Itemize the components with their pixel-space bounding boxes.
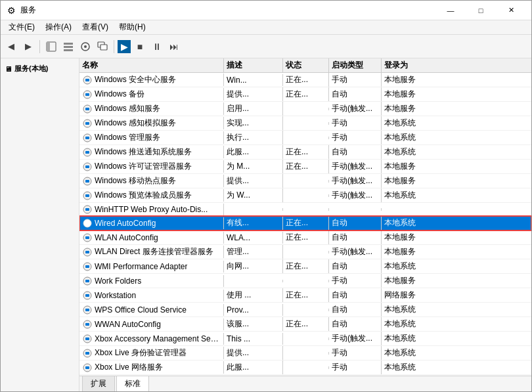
row-service-name: WinHTTP Web Proxy Auto-Dis...: [95, 205, 208, 214]
toolbar: ◀ ▶ ▶ ■ ⏸ ⏭: [1, 35, 531, 58]
minimize-button[interactable]: —: [435, 1, 466, 20]
row-startup: 手动: [329, 116, 382, 130]
row-desc: 此服...: [224, 145, 283, 159]
row-service-name: Work Folders: [95, 276, 141, 286]
table-row[interactable]: Workstation 使用 ... 正在... 自动 网络服务: [79, 288, 531, 303]
row-desc: 实现...: [224, 116, 283, 130]
row-status: [283, 352, 329, 355]
row-desc: 启用...: [224, 102, 283, 116]
window-title: 服务: [20, 5, 435, 16]
header-login[interactable]: 登录为: [382, 58, 441, 72]
row-icon: [82, 204, 93, 215]
show-hide-button[interactable]: [43, 39, 59, 54]
table-body[interactable]: Windows 安全中心服务 Win... 正在... 手动 本地服务 Wind…: [79, 73, 531, 376]
table-row[interactable]: Windows 安全中心服务 Win... 正在... 手动 本地服务: [79, 73, 531, 87]
table-row[interactable]: WLAN AutoConfig WLA... 正在... 自动 本地服务: [79, 230, 531, 245]
header-name[interactable]: 名称: [79, 58, 224, 72]
row-login: 本地系统: [382, 303, 441, 316]
table-row[interactable]: Windows 移动热点服务 提供... 手动(触发... 本地服务: [79, 174, 531, 188]
highlight-button[interactable]: ▶: [118, 40, 131, 53]
row-startup: 手动(触发...: [329, 188, 382, 202]
table-header: 名称 描述 状态 启动类型 登录为: [79, 58, 531, 73]
row-startup: 手动(触发...: [329, 245, 382, 259]
svg-rect-30: [85, 222, 89, 225]
row-login: 本地服务: [382, 245, 441, 259]
back-button[interactable]: ◀: [3, 39, 19, 54]
menu-view[interactable]: 查看(V): [77, 20, 114, 34]
header-status[interactable]: 状态: [283, 58, 329, 72]
table-row[interactable]: Work Folders 手动 本地服务: [79, 274, 531, 288]
table-row[interactable]: Windows 推送通知系统服务 此服... 正在... 自动 本地系统: [79, 145, 531, 160]
table-row[interactable]: Windows 预览体验成员服务 为 W... 手动(触发... 本地系统: [79, 188, 531, 203]
row-status: 正在...: [283, 73, 329, 87]
table-row[interactable]: WMI Performance Adapter 向网... 正在... 自动 本…: [79, 259, 531, 274]
tab-extended[interactable]: 扩展: [82, 376, 115, 391]
sidebar-title: 🖥 服务(本地): [3, 61, 76, 76]
row-startup: 自动: [329, 303, 382, 316]
window-controls: — □ ✕: [435, 1, 526, 20]
row-icon: [82, 319, 93, 330]
table-row[interactable]: Windows 许可证管理器服务 为 M... 正在... 手动(触发... 本…: [79, 160, 531, 174]
table-row[interactable]: Windows 备份 提供... 正在... 自动 本地服务: [79, 87, 531, 102]
row-login: 本地系统: [382, 145, 441, 159]
svg-rect-1: [47, 42, 50, 51]
row-icon: [82, 348, 93, 359]
row-login: 本地系统: [382, 360, 441, 374]
row-login: 本地服务: [382, 87, 441, 101]
table-row[interactable]: Windows 管理服务 执行... 手动 本地系统: [79, 131, 531, 145]
table-row[interactable]: Windows 感知模拟服务 实现... 手动 本地系统: [79, 116, 531, 131]
row-icon: [82, 334, 93, 344]
new-window-button[interactable]: [95, 39, 110, 54]
row-service-name: Windows 移动热点服务: [95, 175, 176, 186]
table-row[interactable]: WLAN Direct 服务连接管理器服务 管理... 手动(触发... 本地服…: [79, 245, 531, 259]
table-row[interactable]: WinHTTP Web Proxy Auto-Dis...: [79, 203, 531, 216]
tab-standard[interactable]: 标准: [116, 376, 149, 391]
row-login: 本地系统: [382, 259, 441, 273]
svg-rect-16: [85, 122, 89, 125]
properties-button[interactable]: [78, 39, 93, 54]
row-login: 本地服务: [382, 102, 441, 116]
svg-rect-48: [85, 352, 89, 355]
table-row[interactable]: Wired AutoConfig 有线... 正在... 自动 本地系统: [79, 216, 531, 230]
row-desc: 提供...: [224, 174, 283, 188]
table-row[interactable]: WPS Office Cloud Service Prov... 自动 本地系统: [79, 303, 531, 317]
row-desc: 为 M...: [224, 160, 283, 173]
close-button[interactable]: ✕: [496, 1, 526, 20]
menu-action[interactable]: 操作(A): [40, 20, 77, 34]
row-status: 正在...: [283, 259, 329, 273]
table-row[interactable]: Xbox Live 身份验证管理器 提供... 手动 本地系统: [79, 346, 531, 360]
row-icon: [82, 176, 93, 186]
table-row[interactable]: Xbox Accessory Management Service This .…: [79, 332, 531, 346]
bottom-tabs: 扩展 标准: [79, 376, 531, 391]
row-startup: 手动: [329, 274, 382, 288]
row-login: 本地服务: [382, 274, 441, 288]
row-status: 正在...: [283, 160, 329, 173]
row-desc: [224, 208, 283, 211]
pause-button[interactable]: ⏸: [149, 39, 165, 54]
row-login: 网络服务: [382, 288, 441, 302]
svg-rect-12: [85, 93, 89, 96]
row-status: [283, 137, 329, 139]
maximize-button[interactable]: □: [466, 1, 496, 20]
table-row[interactable]: Xbox Live 网络服务 此服... 手动 本地系统: [79, 360, 531, 375]
row-login: 本地系统: [382, 131, 441, 144]
restart-button[interactable]: ⏭: [166, 39, 182, 54]
row-service-name: Windows 安全中心服务: [95, 74, 176, 85]
svg-rect-50: [85, 366, 89, 369]
stop-button[interactable]: ■: [132, 39, 148, 54]
list-view-button[interactable]: [60, 39, 76, 54]
menu-file[interactable]: 文件(E): [3, 20, 40, 34]
row-service-name: WLAN Direct 服务连接管理器服务: [95, 246, 213, 257]
svg-rect-20: [85, 151, 89, 154]
header-startup[interactable]: 启动类型: [329, 58, 382, 72]
row-service-name: Xbox Live 网络服务: [95, 362, 163, 373]
row-icon: [82, 89, 93, 100]
header-desc[interactable]: 描述: [224, 58, 283, 72]
table-row[interactable]: WWAN AutoConfig 该服... 正在... 自动 本地系统: [79, 317, 531, 332]
row-startup: 自动: [329, 317, 382, 331]
forward-button[interactable]: ▶: [20, 39, 36, 54]
main-window: ⚙ 服务 — □ ✕ 文件(E) 操作(A) 查看(V) 帮助(H) ◀ ▶ ▶: [0, 0, 532, 392]
table-row[interactable]: Windows 感知服务 启用... 手动(触发... 本地服务: [79, 102, 531, 116]
row-login: [382, 208, 441, 211]
menu-help[interactable]: 帮助(H): [114, 20, 151, 34]
